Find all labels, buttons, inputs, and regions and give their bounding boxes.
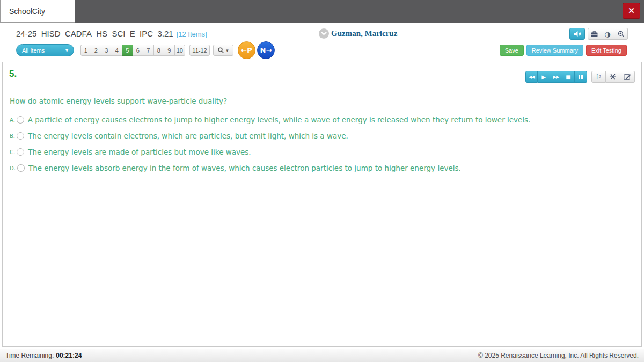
question-number: 5. — [9, 69, 17, 79]
option-text: The energy levels absorb energy in the f… — [28, 164, 461, 172]
action-buttons: Save Review Summary Exit Testing — [500, 45, 627, 56]
answer-options: A. A particle of energy causes electrons… — [10, 116, 631, 180]
volume-button[interactable] — [569, 28, 585, 40]
stop-icon: ■ — [566, 74, 570, 80]
item-button-3[interactable]: 3 — [101, 45, 112, 56]
option-c-radio[interactable] — [17, 148, 24, 156]
question-tools: ⚐ — [591, 71, 635, 83]
strikeout-x-icon — [609, 74, 617, 80]
option-text: A particle of energy causes electrons to… — [28, 115, 531, 124]
time-remaining-label: Time Remaining: — [5, 352, 54, 359]
item-button-9[interactable]: 9 — [164, 45, 175, 56]
item-button-4[interactable]: 4 — [112, 45, 123, 56]
magnifier-icon — [218, 47, 224, 53]
question-panel: 5. ◀◀ ▶ ▶▶ ■ ⚐ How do atomic energy leve… — [2, 62, 642, 347]
option-text: The energy levels contain electrons, whi… — [28, 132, 348, 140]
question-text: How do atomic energy levels support wave… — [10, 97, 227, 105]
header: 24-25_HISD_CADFA_HS_SCI_E_IPC_3.21[12 It… — [0, 23, 644, 60]
item-button-6[interactable]: 6 — [133, 45, 144, 56]
item-range-button[interactable]: 11-12 — [189, 45, 210, 56]
time-remaining: Time Remaining:00:21:24 — [5, 352, 82, 359]
answer-option-d: D. The energy levels absorb energy in th… — [10, 164, 631, 172]
option-letter: A. — [10, 117, 15, 123]
previous-item-button[interactable]: ←P — [238, 41, 255, 59]
next-item-button[interactable]: N→ — [257, 41, 275, 59]
close-button[interactable]: ✕ — [623, 3, 640, 19]
time-remaining-value: 00:21:24 — [56, 352, 82, 359]
item-button-2[interactable]: 2 — [91, 45, 102, 56]
items-count-badge: [12 Items] — [177, 30, 207, 38]
question-toolbar: ◀◀ ▶ ▶▶ ■ ⚐ — [525, 71, 635, 83]
contrast-icon: ◑ — [604, 30, 610, 38]
item-button-10[interactable]: 10 — [175, 45, 186, 56]
item-filter-dropdown[interactable]: All Items ▾ — [16, 44, 74, 56]
caret-down-icon: ▾ — [65, 47, 68, 53]
contrast-button[interactable]: ◑ — [601, 28, 614, 40]
item-number-pager: 1 2 3 4 5 6 7 8 9 10 — [80, 45, 185, 56]
save-button[interactable]: Save — [500, 45, 524, 56]
toolkit-button[interactable] — [588, 28, 601, 40]
edit-note-icon — [624, 74, 631, 80]
flag-button[interactable]: ⚐ — [591, 71, 606, 83]
play-icon: ▶ — [541, 74, 546, 80]
fast-forward-icon: ▶▶ — [553, 75, 559, 79]
student-menu[interactable]: Guzman, Maricruz — [319, 28, 397, 39]
speaker-icon — [574, 31, 581, 37]
answer-eliminator-button[interactable] — [606, 71, 620, 83]
option-letter: B. — [10, 133, 15, 139]
item-button-5-active[interactable]: 5 — [122, 45, 133, 56]
option-letter: C. — [10, 149, 15, 155]
brand-tab[interactable]: SchoolCity — [0, 0, 75, 23]
review-summary-button[interactable]: Review Summary — [526, 45, 583, 56]
option-letter: D. — [10, 165, 16, 171]
play-button[interactable]: ▶ — [538, 71, 550, 83]
magnifier-plus-icon — [618, 31, 625, 38]
answer-option-a: A. A particle of energy causes electrons… — [10, 116, 631, 124]
item-button-8[interactable]: 8 — [154, 45, 165, 56]
question-divider — [9, 90, 634, 90]
item-search-dropdown[interactable]: ▾ — [213, 45, 233, 56]
option-a-radio[interactable] — [17, 116, 24, 124]
copyright-text: © 2025 Renaissance Learning, Inc. All Ri… — [478, 352, 639, 359]
close-icon: ✕ — [628, 6, 635, 16]
student-name: Guzman, Maricruz — [331, 29, 397, 38]
answer-option-c: C. The energy levels are made of particl… — [10, 148, 631, 156]
item-button-1[interactable]: 1 — [80, 45, 91, 56]
notes-button[interactable] — [620, 71, 635, 83]
answer-option-b: B. The energy levels contain electrons, … — [10, 132, 631, 140]
pause-icon — [579, 75, 583, 79]
option-text: The energy levels are made of particles … — [28, 148, 251, 156]
fast-forward-button[interactable]: ▶▶ — [550, 71, 562, 83]
stop-button[interactable]: ■ — [562, 71, 575, 83]
accessibility-toolbar: ◑ — [569, 28, 628, 40]
item-button-7[interactable]: 7 — [143, 45, 154, 56]
footer: Time Remaining:00:21:24 © 2025 Renaissan… — [0, 349, 644, 362]
option-d-radio[interactable] — [17, 164, 25, 172]
caret-down-icon: ▾ — [226, 48, 229, 53]
exit-testing-button[interactable]: Exit Testing — [586, 45, 627, 56]
pause-button[interactable] — [575, 71, 587, 83]
brand-label: SchoolCity — [9, 7, 45, 16]
rewind-button[interactable]: ◀◀ — [525, 71, 538, 83]
flag-icon: ⚐ — [596, 73, 602, 81]
rewind-icon: ◀◀ — [529, 75, 534, 79]
top-bar: SchoolCity ✕ — [0, 0, 644, 23]
briefcase-icon — [591, 31, 598, 37]
option-b-radio[interactable] — [17, 132, 24, 140]
test-title: 24-25_HISD_CADFA_HS_SCI_E_IPC_3.21[12 It… — [16, 29, 207, 38]
item-filter-label: All Items — [22, 47, 45, 54]
chevron-down-circle-icon — [319, 28, 329, 39]
zoom-button[interactable] — [614, 28, 628, 40]
audio-player-controls: ◀◀ ▶ ▶▶ ■ — [525, 71, 587, 83]
